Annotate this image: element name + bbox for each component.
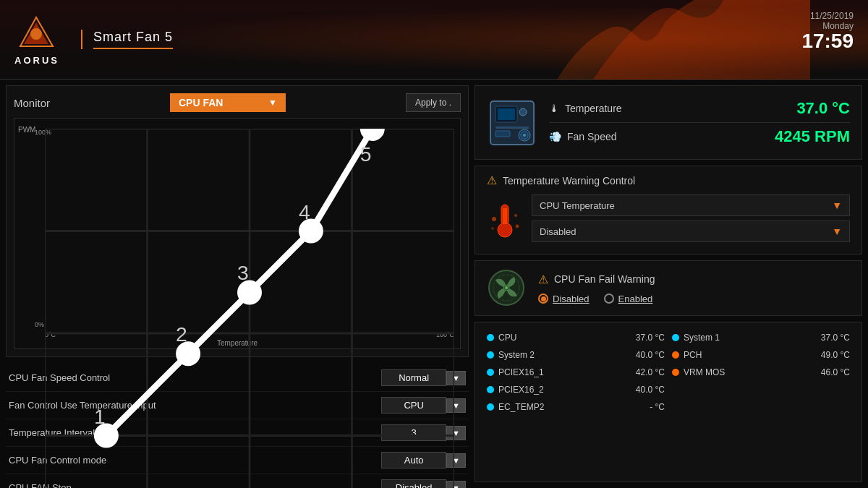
temp-val-system2: 40.0 °C (636, 350, 665, 360)
temp-val-cpu: 37.0 °C (636, 333, 665, 343)
apply-button[interactable]: Apply to . (406, 93, 461, 112)
svg-rect-29 (495, 131, 510, 137)
fail-warning-icon: ⚠ (538, 273, 548, 286)
temp-val-ec-temp2: - °C (650, 402, 665, 412)
temp-name-pch: PCH (684, 350, 734, 360)
chart-y-0: 0% (35, 321, 44, 328)
svg-point-27 (519, 108, 527, 116)
pc-icon-area (487, 98, 537, 148)
monitor-stats: 🌡 Temperature 37.0 °C 💨 Fan Speed 4245 R… (549, 95, 850, 150)
left-panel: Monitor CPU FAN ▼ Apply to . PWM 100% 0%… (6, 85, 469, 482)
temp-dot-ec-temp2 (487, 403, 494, 411)
temp-dot-pciex16-2 (487, 386, 494, 393)
temperature-stat-row: 🌡 Temperature 37.0 °C (549, 95, 850, 122)
svg-point-38 (491, 227, 494, 230)
svg-text:2: 2 (176, 322, 187, 346)
temperature-value: 37.0 °C (796, 99, 850, 118)
temp-name-system2: System 2 (498, 350, 549, 360)
temp-readings-grid: CPU 37.0 °C System 1 37.0 °C System 2 40… (487, 330, 850, 415)
temp-item-cpu: CPU 37.0 °C (487, 330, 665, 346)
main-content: Monitor CPU FAN ▼ Apply to . PWM 100% 0%… (0, 80, 868, 488)
temp-item-empty (672, 382, 850, 398)
warning-disabled-dropdown[interactable]: Disabled ▼ (532, 221, 850, 242)
temp-readings-card: CPU 37.0 °C System 1 37.0 °C System 2 40… (475, 322, 862, 482)
fan-curve-chart: 1 2 3 4 5 (45, 129, 454, 488)
cpu-temp-dropdown-arrow-icon: ▼ (832, 200, 842, 211)
warning-header: ⚠ Temperature Warning Control (487, 174, 850, 187)
cpu-temp-dropdown-label: CPU Temperature (540, 200, 832, 211)
svg-point-15 (239, 282, 260, 302)
svg-point-2 (30, 28, 42, 40)
temp-name-pciex16-1: PCIEX16_1 (498, 367, 549, 377)
fan-speed-value: 4245 RPM (775, 127, 850, 146)
datetime: 11/25/2019 Monday 17:59 (801, 11, 854, 51)
temp-dot-vrm-mos (672, 369, 679, 376)
fail-content: ⚠ CPU Fan Fail Warning Disabled Enabled (538, 273, 850, 304)
temp-val-system1: 37.0 °C (821, 333, 850, 343)
svg-text:5: 5 (360, 142, 372, 166)
svg-point-14 (178, 343, 198, 364)
temperature-label: 🌡 Temperature (549, 103, 622, 114)
svg-point-17 (362, 129, 383, 139)
warning-disabled-label: Disabled (540, 226, 832, 237)
header-title-area: Smart Fan 5 (81, 30, 173, 49)
temp-name-vrm-mos: VRM MOS (684, 367, 734, 377)
radio-enabled-circle (604, 294, 614, 304)
thermometer-icon: 🌡 (549, 103, 559, 114)
radio-enabled[interactable]: Enabled (604, 294, 653, 304)
svg-text:4: 4 (299, 200, 310, 223)
warning-icon: ⚠ (487, 174, 497, 187)
cpu-temp-dropdown[interactable]: CPU Temperature ▼ (532, 194, 850, 216)
svg-rect-26 (498, 108, 515, 120)
fan-icon-area (487, 268, 527, 308)
temp-name-system1: System 1 (684, 333, 734, 343)
svg-point-36 (492, 217, 496, 221)
temp-item-vrm-mos: VRM MOS 46.0 °C (672, 364, 850, 380)
monitor-stats-card: 🌡 Temperature 37.0 °C 💨 Fan Speed 4245 R… (475, 85, 862, 160)
temp-item-pch: PCH 49.0 °C (672, 347, 850, 363)
svg-rect-35 (503, 208, 507, 224)
temp-item-pciex16-1: PCIEX16_1 42.0 °C (487, 364, 665, 380)
monitor-section: Monitor CPU FAN ▼ Apply to . PWM 100% 0%… (6, 85, 469, 357)
radio-disabled-label: Disabled (553, 294, 590, 304)
datetime-date: 11/25/2019 Monday (801, 11, 854, 31)
pc-case-icon (487, 98, 537, 148)
svg-point-13 (96, 425, 116, 445)
temp-item-pciex16-2: PCIEX16_2 40.0 °C (487, 382, 665, 398)
warning-title: Temperature Warning Control (503, 175, 635, 187)
fan-selector-arrow-icon: ▼ (268, 98, 277, 108)
fail-title: CPU Fan Fail Warning (554, 273, 655, 285)
temp-dot-pch (672, 351, 679, 359)
temp-item-ec-temp2: EC_TEMP2 - °C (487, 399, 665, 415)
aorus-logo-icon (17, 14, 56, 53)
fan-fail-warning-card: ⚠ CPU Fan Fail Warning Disabled Enabled (475, 260, 862, 316)
temp-val-vrm-mos: 46.0 °C (821, 367, 850, 377)
fail-warning-radio-group: Disabled Enabled (538, 294, 850, 304)
svg-point-34 (498, 223, 512, 237)
datetime-time: 17:59 (801, 31, 854, 51)
monitor-header: Monitor CPU FAN ▼ Apply to . (14, 93, 461, 112)
temp-dot-system1 (672, 334, 679, 341)
fan-selector-dropdown[interactable]: CPU FAN ▼ (170, 93, 286, 112)
thermometer-warning-icon (487, 201, 523, 241)
temp-val-pch: 49.0 °C (821, 350, 850, 360)
radio-disabled[interactable]: Disabled (538, 294, 590, 304)
flame-decoration (521, 0, 810, 80)
header-title: Smart Fan 5 (93, 30, 173, 45)
fan-warning-icon (487, 268, 527, 308)
svg-point-39 (516, 224, 519, 228)
svg-point-16 (301, 221, 321, 241)
warning-disabled-arrow-icon: ▼ (832, 226, 842, 237)
temp-item-system1: System 1 37.0 °C (672, 330, 850, 346)
logo-text: AORUS (14, 55, 59, 66)
temp-val-pciex16-2: 40.0 °C (636, 385, 665, 395)
temp-dot-pciex16-1 (487, 369, 494, 376)
fan-speed-label: 💨 Fan Speed (549, 131, 617, 142)
temp-dot-system2 (487, 351, 494, 359)
fan-icon: 💨 (549, 131, 561, 142)
temperature-warning-card: ⚠ Temperature Warning Control (475, 166, 862, 254)
svg-point-32 (523, 134, 526, 137)
chart-y-label: PWM (18, 126, 35, 134)
svg-point-43 (505, 286, 508, 289)
fan-speed-stat-row: 💨 Fan Speed 4245 RPM (549, 123, 850, 150)
